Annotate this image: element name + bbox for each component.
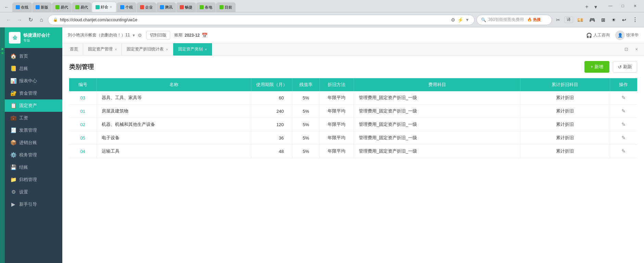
- nav-forward-button[interactable]: →: [15, 15, 24, 24]
- nav-home-button[interactable]: ⌂: [37, 15, 46, 24]
- col-header-action: 操作: [610, 78, 637, 91]
- sidebar-item-inventory[interactable]: 📦 进销台账: [5, 136, 62, 149]
- sidebar-item-guide[interactable]: ▶ 新手引导: [5, 198, 62, 211]
- sun-icon[interactable]: ☀: [609, 17, 618, 23]
- sidebar-item-reports-label: 报表中心: [19, 78, 37, 84]
- window-minimize-button[interactable]: —: [604, 1, 617, 11]
- browser-tab-9[interactable]: 畅捷: [176, 2, 196, 12]
- page-tab-fixed-mgmt-close[interactable]: ×: [115, 47, 117, 51]
- cell-expense-3: 管理费用_固定资产折旧_一级: [354, 118, 520, 131]
- tab-6-label: 个税: [125, 5, 133, 10]
- browser-back-icon[interactable]: ←: [3, 3, 10, 11]
- refresh-button[interactable]: ↺ 刷新: [613, 61, 637, 73]
- browser-tab-4[interactable]: 易代: [72, 2, 91, 12]
- cell-method-1: 年限平均: [319, 91, 354, 105]
- page-tab-category-close[interactable]: ×: [205, 47, 207, 51]
- currency-icon[interactable]: 💴: [575, 17, 585, 23]
- scissors-icon[interactable]: ✂: [554, 17, 562, 23]
- table-row: 02 机器、机械和其他生产设备 120 5% 年限平均 管理费用_固定资产折旧_…: [69, 118, 637, 131]
- guide-nav-icon: ▶: [10, 201, 16, 207]
- tab-1-label: 在线: [21, 5, 28, 10]
- sidebar-item-settings[interactable]: ⚙ 设置: [5, 186, 62, 198]
- table-row: 01 房屋及建筑物 240 5% 年限平均 管理费用_固定资产折旧_一级 累计折…: [69, 105, 637, 118]
- sidebar-item-archive[interactable]: 📁 归档管理: [5, 174, 62, 186]
- page-tab-depreciation-close[interactable]: ×: [166, 47, 168, 51]
- user-avatar-area[interactable]: 👤 徐泽华: [615, 31, 639, 40]
- tab-7-label: 企业: [145, 5, 153, 10]
- main-content: 刘小艳演示帐套（勿删勿动！）11 ▼ ⚙ 切到旧版 账期 2023-12 📅 🎧…: [62, 27, 644, 263]
- game-icon[interactable]: 🎮: [587, 17, 597, 23]
- page-tab-depreciation[interactable]: 固定资产折旧统计表 ×: [122, 43, 173, 56]
- browser-tab-6[interactable]: 个税: [117, 2, 136, 12]
- tab-list-button[interactable]: ▼: [592, 3, 599, 11]
- page-tab-home[interactable]: 首页: [65, 43, 83, 56]
- tab-close-panel-button[interactable]: ×: [632, 47, 641, 52]
- sidebar-item-reports[interactable]: 📊 报表中心: [5, 75, 62, 87]
- expand-icon[interactable]: ▼: [132, 33, 136, 37]
- sidebar-item-home[interactable]: 🏠 首页: [5, 50, 62, 62]
- calendar-icon[interactable]: 📅: [202, 33, 207, 38]
- nav-back-button[interactable]: ←: [4, 15, 13, 24]
- settings-icon-header[interactable]: ⚙: [138, 33, 142, 38]
- table-row: 04 运输工具 48 5% 年限平均 管理费用_固定资产折旧_一级 累计折旧 ✎: [69, 145, 637, 158]
- period-value: 2023-12: [185, 33, 200, 38]
- consultant-button[interactable]: 🎧 人工咨询: [586, 32, 610, 38]
- page-tabs-bar: 首页 固定资产管理 × 固定资产折旧统计表 × 固定资产类别 × ⊡ ×: [62, 43, 644, 56]
- sidebar-item-ledger[interactable]: 📒 总账: [5, 62, 62, 75]
- sidebar-item-invoice[interactable]: 🧾 发票管理: [5, 124, 62, 136]
- browser-tab-7[interactable]: 企业: [137, 2, 156, 12]
- page-tab-fixed-mgmt[interactable]: 固定资产管理 ×: [83, 43, 122, 56]
- sidebar-item-capital[interactable]: 🔐 资金管理: [5, 87, 62, 99]
- new-tab-button[interactable]: +: [583, 3, 591, 11]
- sidebar-item-tax[interactable]: ⚙️ 税务管理: [5, 149, 62, 161]
- sidebar-item-fixed-assets[interactable]: 📋 固定资产: [5, 99, 62, 112]
- search-box[interactable]: 🔍 360智能抠图免费用 🔥 热搜: [477, 15, 552, 25]
- cell-period-1: 60: [251, 91, 292, 105]
- translate-icon[interactable]: 译: [564, 16, 573, 23]
- tab-9-label: 畅捷: [185, 5, 192, 10]
- consultant-label: 人工咨询: [593, 32, 610, 38]
- site-settings-icon[interactable]: ⚙: [451, 17, 455, 23]
- browser-tab-10[interactable]: 各地: [196, 2, 216, 12]
- cell-action-4[interactable]: ✎: [610, 131, 637, 145]
- page-tab-category[interactable]: 固定资产类别 ×: [173, 43, 212, 56]
- browser-tab-1[interactable]: 在线: [12, 2, 32, 12]
- browser-menu-icon[interactable]: ⋮: [630, 16, 640, 23]
- address-input-box[interactable]: 🔒 https://cloud.chanjet.com/accounting/u…: [48, 15, 475, 25]
- cell-action-1[interactable]: ✎: [610, 91, 637, 105]
- logo-title: 畅捷通好会计: [23, 33, 50, 38]
- headset-icon: 🎧: [586, 33, 592, 38]
- cell-action-3[interactable]: ✎: [610, 118, 637, 131]
- dropdown-icon[interactable]: ▼: [465, 17, 469, 22]
- cell-code-5: 04: [69, 145, 97, 158]
- browser-tab-2[interactable]: 新版: [32, 2, 52, 12]
- sidebar-item-fixed-assets-label: 固定资产: [19, 103, 37, 109]
- browser-tab-8[interactable]: 腾讯: [156, 2, 176, 12]
- browser-tab-5-active[interactable]: 好会 ×: [92, 2, 116, 12]
- add-button[interactable]: + 新增: [584, 61, 609, 73]
- window-maximize-button[interactable]: □: [617, 1, 629, 11]
- cell-action-5[interactable]: ✎: [610, 145, 637, 158]
- cell-expense-5: 管理费用_固定资产折旧_一级: [354, 145, 520, 158]
- table-row: 05 电子设备 36 5% 年限平均 管理费用_固定资产折旧_一级 累计折旧 ✎: [69, 131, 637, 145]
- tab-11-label: 目前: [225, 5, 232, 10]
- grid-icon[interactable]: ⊞: [599, 17, 607, 23]
- cell-action-2[interactable]: ✎: [610, 105, 637, 118]
- tab-5-close-icon[interactable]: ×: [109, 5, 113, 9]
- fixed-assets-nav-icon: 📋: [10, 103, 16, 109]
- sidebar-item-salary[interactable]: 💼 工资: [5, 112, 62, 124]
- window-close-button[interactable]: ×: [629, 1, 641, 11]
- period-info: 账期 2023-12 📅: [174, 32, 207, 38]
- browser-tab-11[interactable]: 目前: [216, 2, 236, 12]
- switch-btn[interactable]: 切到旧版: [146, 31, 170, 39]
- tab-restore-button[interactable]: ⊡: [621, 47, 632, 52]
- browser-tabs-container: 在线 新版 易代 易代 好会 × 个税: [12, 2, 580, 12]
- browser-tab-3[interactable]: 易代: [52, 2, 72, 12]
- sidebar-item-settings-label: 设置: [19, 189, 28, 195]
- switch-btn-label: 切到旧版: [150, 33, 166, 37]
- undo-icon[interactable]: ↩: [620, 17, 628, 23]
- sidebar-item-checkout[interactable]: 💾 结账: [5, 161, 62, 174]
- tab-8-label: 腾讯: [165, 5, 173, 10]
- cell-depreciation-3: 累计折旧: [520, 118, 610, 131]
- nav-reload-button[interactable]: ↻: [26, 15, 35, 24]
